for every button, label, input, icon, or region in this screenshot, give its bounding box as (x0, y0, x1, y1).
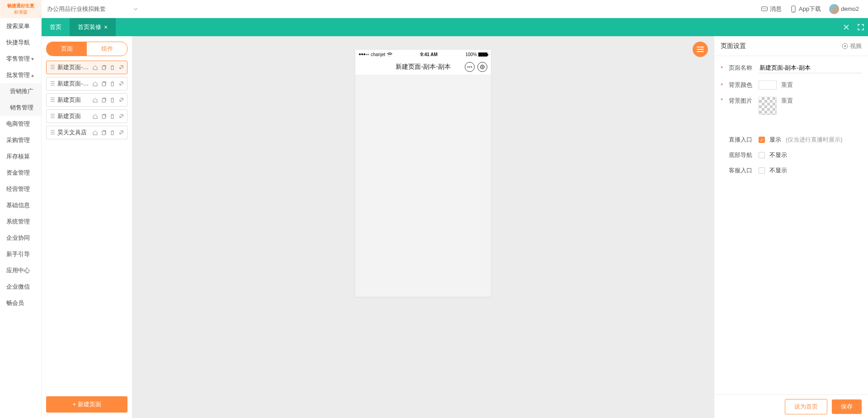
sidebar-item-inventory[interactable]: 库存核算 (0, 148, 41, 165)
sidebar-item-funds[interactable]: 资金管理 (0, 165, 41, 181)
save-button[interactable]: 保存 (832, 399, 862, 414)
sidebar-item-operations[interactable]: 经营管理 (0, 181, 41, 197)
page-row[interactable]: ☰新建页面 (46, 109, 127, 123)
field-live-entry: 直播入口 ✓ 显示 (仅当进行直播时展示) (721, 136, 862, 144)
share-icon[interactable] (117, 96, 124, 104)
field-bottom-nav: 底部导航 不显示 (721, 151, 862, 159)
miniapp-menu-icon (465, 62, 475, 72)
phone-page-title: 新建页面-副本-副本 (396, 63, 450, 71)
tabbar: 首页 首页装修 × (42, 18, 868, 36)
phone-icon (790, 5, 797, 13)
play-icon (842, 43, 848, 49)
home-icon[interactable] (91, 113, 99, 120)
video-link[interactable]: 视频 (842, 42, 862, 50)
svg-point-1 (763, 8, 764, 9)
bg-color-swatch[interactable] (759, 81, 777, 90)
copy-icon[interactable] (100, 64, 107, 71)
sidebar-item-system[interactable]: 系统管理 (0, 214, 41, 230)
delete-icon[interactable] (108, 64, 116, 71)
sidebar-item-guide[interactable]: 新手引导 (0, 246, 41, 262)
svg-rect-7 (102, 82, 105, 86)
phone-title-bar: 新建页面-副本-副本 (355, 59, 491, 75)
live-entry-checkbox[interactable]: ✓ (759, 137, 765, 143)
segment-component[interactable]: 组件 (87, 42, 127, 56)
svg-point-11 (467, 66, 469, 67)
home-icon[interactable] (91, 64, 99, 71)
drag-handle-icon[interactable]: ☰ (49, 113, 56, 119)
message-icon (761, 5, 768, 13)
copy-icon[interactable] (100, 80, 107, 87)
caret-up-icon: ▲ (30, 73, 35, 78)
sidebar-item-purchase[interactable]: 采购管理 (0, 132, 41, 148)
sidebar-item-wechatwork[interactable]: 企业微信 (0, 279, 41, 295)
page-name-input[interactable] (759, 62, 862, 73)
copy-icon[interactable] (100, 96, 107, 104)
sidebar: 搜索菜单 快捷导航 零售管理▼ 批发管理▲ 营销推广 销售管理 电商管理 采购管… (0, 18, 42, 418)
sidebar-item-sales[interactable]: 销售管理 (0, 100, 41, 116)
settings-title: 页面设置 (721, 42, 746, 50)
page-row[interactable]: ☰新建页面-副本 (46, 77, 127, 90)
service-checkbox[interactable] (759, 167, 765, 174)
sidebar-item-member[interactable]: 畅会员 (0, 295, 41, 311)
new-page-button[interactable]: + 新建页面 (46, 396, 127, 413)
phone-status-bar: chanjet 9:41 AM 100% (355, 50, 491, 59)
user-menu[interactable]: demo2 (829, 4, 859, 14)
sidebar-item-appcenter[interactable]: 应用中心 (0, 262, 41, 279)
sidebar-item-wholesale[interactable]: 批发管理▲ (0, 67, 41, 83)
drag-handle-icon[interactable]: ☰ (49, 97, 56, 103)
page-row[interactable]: ☰新建页面-副本-... (46, 61, 127, 74)
page-row[interactable]: ☰昊天文具店 (46, 126, 127, 139)
bottom-nav-checkbox[interactable] (759, 152, 765, 158)
signal-icon (359, 53, 369, 55)
sidebar-item-collab[interactable]: 企业协同 (0, 230, 41, 246)
tab-page-editor[interactable]: 首页装修 × (70, 18, 116, 36)
sidebar-item-basic[interactable]: 基础信息 (0, 197, 41, 214)
share-icon[interactable] (117, 129, 124, 136)
sidebar-item-ecommerce[interactable]: 电商管理 (0, 116, 41, 132)
tab-home[interactable]: 首页 (42, 18, 70, 36)
delete-icon[interactable] (108, 129, 116, 136)
messages-button[interactable]: 消息 (761, 5, 782, 13)
drag-handle-icon[interactable]: ☰ (49, 129, 56, 136)
svg-point-2 (764, 8, 765, 9)
drag-handle-icon[interactable]: ☰ (49, 64, 56, 71)
delete-icon[interactable] (108, 96, 116, 104)
chevron-down-icon (133, 6, 138, 12)
close-icon[interactable]: × (104, 24, 108, 31)
set-home-button[interactable]: 设为首页 (785, 399, 827, 414)
account-selector[interactable]: 办公用品行业模拟账套 (47, 5, 138, 13)
sidebar-item-search[interactable]: 搜索菜单 (0, 18, 41, 34)
bg-color-reset[interactable]: 重置 (781, 81, 793, 89)
account-name: 办公用品行业模拟账套 (47, 5, 106, 13)
app-download-button[interactable]: App下载 (790, 5, 821, 13)
svg-point-15 (482, 66, 483, 67)
delete-icon[interactable] (108, 80, 116, 87)
tabbar-close-button[interactable] (839, 18, 854, 36)
page-row-name: 昊天文具店 (57, 128, 90, 137)
bg-image-reset[interactable]: 重置 (781, 97, 793, 105)
battery-icon: 100% (465, 52, 487, 57)
segment-page[interactable]: 页面 (47, 42, 87, 56)
miniapp-close-icon (477, 62, 487, 72)
phone-canvas[interactable] (355, 75, 491, 297)
fullscreen-button[interactable] (854, 18, 868, 36)
caret-down-icon: ▼ (30, 57, 35, 62)
drag-handle-icon[interactable]: ☰ (49, 81, 56, 87)
home-icon[interactable] (91, 80, 99, 87)
panel-toggle-button[interactable] (693, 42, 708, 57)
share-icon[interactable] (117, 113, 124, 120)
copy-icon[interactable] (100, 129, 107, 136)
sidebar-item-marketing[interactable]: 营销推广 (0, 83, 41, 100)
field-bg-image: * 背景图片 重置 (721, 97, 862, 115)
delete-icon[interactable] (108, 113, 116, 120)
page-row[interactable]: ☰新建页面 (46, 93, 127, 107)
share-icon[interactable] (117, 64, 124, 71)
share-icon[interactable] (117, 80, 124, 87)
copy-icon[interactable] (100, 113, 107, 120)
home-icon[interactable] (91, 129, 99, 136)
bg-image-swatch[interactable] (759, 97, 777, 115)
sidebar-item-retail[interactable]: 零售管理▼ (0, 51, 41, 67)
brand-name: 畅捷通好生意 (7, 3, 34, 9)
sidebar-item-shortcuts[interactable]: 快捷导航 (0, 34, 41, 51)
home-icon[interactable] (91, 96, 99, 104)
